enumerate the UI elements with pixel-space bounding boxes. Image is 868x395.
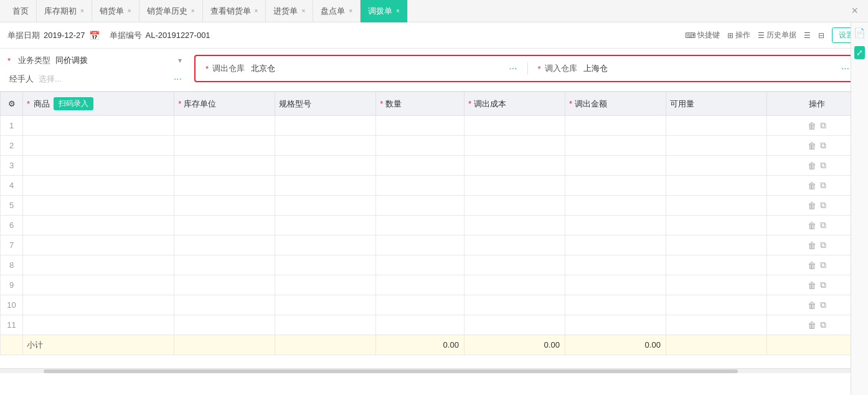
- cost-cell[interactable]: [464, 116, 565, 136]
- close-all-tabs-button[interactable]: ×: [846, 4, 863, 17]
- amount-cell[interactable]: [565, 216, 666, 236]
- tab-close-purchase-order[interactable]: ×: [301, 7, 305, 14]
- copy-row-icon[interactable]: ⧉: [820, 220, 826, 231]
- copy-row-icon[interactable]: ⧉: [820, 300, 826, 310]
- qty-cell[interactable]: [376, 295, 465, 315]
- tab-close-view-sales[interactable]: ×: [255, 7, 258, 14]
- amount-cell[interactable]: [565, 275, 666, 295]
- operations-button[interactable]: ⊞ 操作: [727, 30, 750, 40]
- delete-row-icon[interactable]: 🗑: [808, 161, 816, 171]
- spec-cell[interactable]: [275, 136, 376, 156]
- transfer-in-more-icon[interactable]: ···: [841, 63, 849, 74]
- th-gear[interactable]: ⚙: [1, 92, 23, 116]
- scan-input-button[interactable]: 扫码录入: [54, 97, 93, 110]
- product-cell[interactable]: [23, 216, 174, 236]
- shortcuts-button[interactable]: ⌨ 快捷键: [685, 30, 720, 40]
- tab-close-transfer-order[interactable]: ×: [396, 7, 400, 14]
- amount-cell[interactable]: [565, 116, 666, 136]
- tab-transfer-order[interactable]: 调拨单 ×: [361, 0, 408, 22]
- unit-cell[interactable]: [174, 116, 275, 136]
- spec-cell[interactable]: [275, 295, 376, 315]
- cost-cell[interactable]: [464, 275, 565, 295]
- copy-row-icon[interactable]: ⧉: [820, 160, 826, 171]
- delete-row-icon[interactable]: 🗑: [808, 181, 816, 191]
- amount-cell[interactable]: [565, 176, 666, 196]
- qty-cell[interactable]: [376, 156, 465, 176]
- horizontal-scrollbar[interactable]: [0, 368, 868, 373]
- delete-row-icon[interactable]: 🗑: [808, 300, 816, 310]
- transfer-out-value[interactable]: 北京仓: [251, 63, 275, 74]
- tab-home[interactable]: 首页: [5, 0, 37, 22]
- cost-cell[interactable]: [464, 176, 565, 196]
- spec-cell[interactable]: [275, 156, 376, 176]
- amount-cell[interactable]: [565, 315, 666, 335]
- product-cell[interactable]: [23, 116, 174, 136]
- delete-row-icon[interactable]: 🗑: [808, 121, 816, 131]
- product-cell[interactable]: [23, 295, 174, 315]
- spec-cell[interactable]: [275, 236, 376, 255]
- product-cell[interactable]: [23, 275, 174, 295]
- scrollbar-thumb[interactable]: [44, 369, 738, 373]
- unit-cell[interactable]: [174, 136, 275, 156]
- product-cell[interactable]: [23, 196, 174, 216]
- cost-cell[interactable]: [464, 136, 565, 156]
- qty-cell[interactable]: [376, 275, 465, 295]
- tab-close-sales-history[interactable]: ×: [191, 7, 195, 14]
- tab-close-inventory-check[interactable]: ×: [349, 7, 352, 14]
- spec-cell[interactable]: [275, 116, 376, 136]
- spec-cell[interactable]: [275, 315, 376, 335]
- tab-sales-history[interactable]: 销货单历史 ×: [139, 0, 203, 22]
- cost-cell[interactable]: [464, 315, 565, 335]
- unit-cell[interactable]: [174, 176, 275, 196]
- amount-cell[interactable]: [565, 156, 666, 176]
- business-type-value[interactable]: 同价调拨: [55, 55, 173, 66]
- copy-row-icon[interactable]: ⧉: [820, 260, 826, 270]
- spec-cell[interactable]: [275, 255, 376, 275]
- layout-icon-1[interactable]: ☰: [804, 31, 811, 40]
- amount-cell[interactable]: [565, 295, 666, 315]
- spec-cell[interactable]: [275, 196, 376, 216]
- copy-row-icon[interactable]: ⧉: [820, 240, 826, 250]
- delete-row-icon[interactable]: 🗑: [808, 141, 816, 151]
- spec-cell[interactable]: [275, 176, 376, 196]
- cost-cell[interactable]: [464, 255, 565, 275]
- cost-cell[interactable]: [464, 196, 565, 216]
- handler-value[interactable]: 选择...: [39, 74, 166, 85]
- qty-cell[interactable]: [376, 255, 465, 275]
- tab-inventory-init[interactable]: 库存期初 ×: [37, 0, 92, 22]
- table-scroll-container[interactable]: ⚙ * 商品 扫码录入 * 库存单位: [0, 92, 868, 368]
- product-cell[interactable]: [23, 176, 174, 196]
- delete-row-icon[interactable]: 🗑: [808, 221, 816, 231]
- tab-inventory-check[interactable]: 盘点单 ×: [313, 0, 361, 22]
- unit-cell[interactable]: [174, 216, 275, 236]
- product-cell[interactable]: [23, 136, 174, 156]
- copy-row-icon[interactable]: ⧉: [820, 200, 826, 211]
- transfer-in-value[interactable]: 上海仓: [583, 63, 608, 74]
- unit-cell[interactable]: [174, 255, 275, 275]
- handler-more-icon[interactable]: ···: [174, 74, 182, 85]
- product-cell[interactable]: [23, 255, 174, 275]
- copy-row-icon[interactable]: ⧉: [820, 180, 826, 191]
- delete-row-icon[interactable]: 🗑: [808, 201, 816, 211]
- unit-cell[interactable]: [174, 196, 275, 216]
- delete-row-icon[interactable]: 🗑: [808, 320, 816, 330]
- tab-close-inventory-init[interactable]: ×: [80, 7, 84, 14]
- qty-cell[interactable]: [376, 116, 465, 136]
- unit-cell[interactable]: [174, 156, 275, 176]
- qty-cell[interactable]: [376, 315, 465, 335]
- sidebar-document-icon[interactable]: 📄: [854, 27, 866, 39]
- tab-close-sales-order[interactable]: ×: [128, 7, 131, 14]
- amount-cell[interactable]: [565, 136, 666, 156]
- transfer-out-more-icon[interactable]: ···: [509, 63, 517, 74]
- cost-cell[interactable]: [464, 236, 565, 255]
- amount-cell[interactable]: [565, 196, 666, 216]
- history-button[interactable]: ☰ 历史单据: [758, 30, 796, 40]
- product-cell[interactable]: [23, 236, 174, 255]
- copy-row-icon[interactable]: ⧉: [820, 320, 826, 330]
- product-cell[interactable]: [23, 315, 174, 335]
- cost-cell[interactable]: [464, 295, 565, 315]
- calendar-icon[interactable]: 📅: [89, 31, 100, 40]
- cost-cell[interactable]: [464, 216, 565, 236]
- unit-cell[interactable]: [174, 236, 275, 255]
- copy-row-icon[interactable]: ⧉: [820, 120, 826, 131]
